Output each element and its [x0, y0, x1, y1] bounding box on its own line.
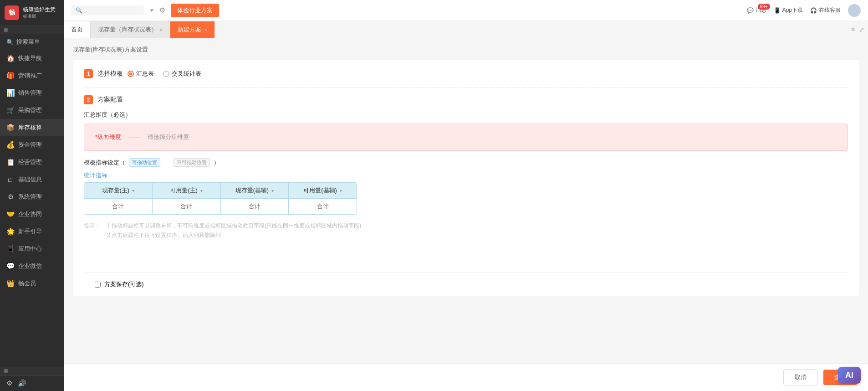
radio-summary-label: 汇总表 [136, 70, 154, 78]
step1-section: 1 选择模板 汇总表 交叉统计表 [84, 69, 848, 78]
sidebar-item-label-newbie: 新手引导 [18, 227, 42, 236]
indicator-sep [164, 159, 170, 167]
sidebar-item-wechat[interactable]: 💬 企业微信 [0, 257, 64, 275]
topbar-search-input[interactable] [85, 7, 131, 14]
step1-title: 选择模板 [97, 70, 123, 78]
sidebar-item-label-finance: 资金管理 [18, 141, 42, 149]
panel-close-button[interactable]: × [851, 26, 855, 34]
divider1 [84, 87, 848, 88]
tab-inventory-status[interactable]: 现存量（库存状况表） × [91, 21, 170, 38]
sidebar-item-basic[interactable]: 🗂 基础信息 [0, 171, 64, 188]
sidebar-item-purchase[interactable]: 🛒 采购管理 [0, 102, 64, 119]
sidebar-item-shortcut[interactable]: 🏠 快捷导航 [0, 50, 64, 67]
spacer [84, 248, 848, 257]
sidebar-item-operations[interactable]: 📋 经营管理 [0, 154, 64, 171]
bottom-bar: 取消 查询 [64, 363, 868, 391]
stats-col-3[interactable]: 现存量(基辅) ▾ [221, 183, 289, 198]
fixed-badge: 不可拖动位置 [174, 158, 210, 167]
stats-col-2-label: 可用量(主) [170, 186, 198, 195]
radio-summary-circle [128, 71, 134, 77]
stats-cell-4: 合计 [289, 199, 357, 214]
sidebar-item-label-wechat: 企业微信 [18, 262, 42, 270]
sidebar-item-finance[interactable]: 💰 资金管理 [0, 136, 64, 154]
sidebar-item-inventory[interactable]: 📦 库存核算 [0, 119, 64, 136]
stats-col-4-chevron[interactable]: ▾ [340, 188, 342, 193]
save-label: 方案保存(可选) [104, 280, 144, 288]
main-area: 🔍 ▾ ⚙ 体验行业方案 💬 消息 99+ 📱 App下载 🎧 在线客服 [64, 0, 868, 391]
radio-cross-circle [163, 71, 169, 77]
tab-inventory-status-label: 现存量（库存状况表） [98, 26, 157, 34]
tab-new-plan[interactable]: 新建方案 × [170, 21, 214, 38]
stats-cell-1: 合计 [84, 199, 153, 214]
sidebar-item-sales[interactable]: 📊 销售管理 [0, 84, 64, 102]
topbar-service[interactable]: 🎧 在线客服 [810, 6, 841, 14]
tab-new-plan-close-icon[interactable]: × [204, 27, 207, 32]
stats-col-4[interactable]: 可用量(基辅) ▾ [289, 183, 357, 198]
sidebar-item-label-operations: 经营管理 [18, 158, 42, 166]
indicator-close-paren: ） [214, 159, 220, 167]
gift-icon: 🎁 [6, 72, 15, 80]
radio-cross[interactable]: 交叉统计表 [163, 70, 201, 78]
audio-icon[interactable]: 🔊 [18, 379, 26, 387]
tip-text-2: 2.点击标题栏下拉可设置排序、插入列和删除列 [107, 232, 221, 238]
topbar-search-box[interactable]: 🔍 [71, 5, 144, 15]
cart-icon: 🛒 [6, 106, 15, 114]
stats-col-4-label: 可用量(基辅) [303, 186, 337, 195]
radio-summary[interactable]: 汇总表 [128, 70, 154, 78]
topbar-search-icon: 🔍 [76, 7, 82, 14]
phone-icon: 📱 [6, 245, 15, 253]
scroll-down[interactable] [4, 369, 8, 373]
topbar-gear-icon[interactable]: ⚙ [159, 6, 165, 15]
step2-title: 方案配置 [97, 96, 123, 104]
sidebar-item-label-purchase: 采购管理 [18, 106, 42, 114]
stats-col-2[interactable]: 可用量(主) ▾ [153, 183, 221, 198]
stats-table-body: 合计 合计 合计 合计 [84, 198, 357, 214]
trial-button[interactable]: 体验行业方案 [171, 4, 219, 17]
cancel-button[interactable]: 取消 [783, 369, 818, 386]
sidebar-item-app-center[interactable]: 📱 应用中心 [0, 240, 64, 257]
sidebar-item-label-system: 系统管理 [18, 193, 42, 201]
headset-icon: 🎧 [810, 7, 817, 14]
tabs-bar: 首页 现存量（库存状况表） × 新建方案 × × ⤢ [64, 21, 868, 38]
sidebar-nav: 🔍 搜索菜单 🏠 快捷导航 🎁 营销推广 📊 销售管理 🛒 采购管理 📦 库存核… [0, 34, 64, 367]
sidebar-item-label-shortcut: 快捷导航 [18, 54, 42, 62]
settings-icon[interactable]: ⚙ [6, 379, 12, 387]
chart-icon: 📊 [6, 89, 15, 97]
app-download-icon: 📱 [774, 7, 781, 14]
folder-icon: 🗂 [6, 176, 15, 184]
sidebar-item-system[interactable]: ⚙ 系统管理 [0, 188, 64, 206]
tip-line-1: 提示： 1.拖动标题栏可以调整布局，不可跨维度或指标区域拖动栏目字段(只能在同一… [84, 222, 848, 230]
sidebar-item-member[interactable]: 👑 畅会员 [0, 275, 64, 292]
save-checkbox[interactable] [95, 282, 101, 288]
step1-badge: 1 [84, 69, 93, 78]
sidebar-search[interactable]: 🔍 搜索菜单 [0, 34, 64, 50]
ai-badge[interactable]: Ai [838, 367, 861, 384]
stats-col-1[interactable]: 现存量(主) ▾ [84, 183, 153, 198]
content-area: 现存量(库存状况表)方案设置 1 选择模板 汇总表 交叉统计表 [64, 38, 868, 363]
sidebar-item-cooperation[interactable]: 🤝 企业协同 [0, 206, 64, 223]
app-logo-icon: 畅 [5, 5, 19, 20]
sidebar-logo: 畅 畅康通好生意 标准版 [0, 0, 64, 26]
tab-inventory-close-icon[interactable]: × [160, 27, 163, 32]
stats-col-3-chevron[interactable]: ▾ [271, 188, 274, 193]
stats-col-2-chevron[interactable]: ▾ [200, 188, 203, 193]
sidebar-item-marketing[interactable]: 🎁 营销推广 [0, 67, 64, 84]
topbar-chevron-icon[interactable]: ▾ [150, 7, 153, 14]
user-avatar[interactable] [848, 4, 861, 17]
sidebar-item-label-basic: 基础信息 [18, 175, 42, 184]
topbar-messages[interactable]: 💬 消息 99+ [747, 6, 766, 14]
panel-expand-button[interactable]: ⤢ [859, 26, 864, 33]
handshake-icon: 🤝 [6, 210, 15, 218]
movable-badge: 可拖动位置 [129, 158, 160, 167]
scroll-up[interactable] [4, 28, 8, 32]
stats-col-1-chevron[interactable]: ▾ [132, 188, 134, 193]
dimension-dash: —— [128, 134, 140, 141]
tips-section: 提示： 1.拖动标题栏可以调整布局，不可跨维度或指标区域拖动栏目字段(只能在同一… [84, 222, 848, 239]
sidebar: 畅 畅康通好生意 标准版 🔍 搜索菜单 🏠 快捷导航 🎁 营销推广 📊 销售管理… [0, 0, 64, 391]
stats-title: 统计指标 [84, 171, 848, 180]
sidebar-item-newbie[interactable]: 🌟 新手引导 [0, 223, 64, 240]
topbar-app-download[interactable]: 📱 App下载 [774, 6, 803, 14]
service-label: 在线客服 [819, 6, 841, 14]
app-edition: 标准版 [23, 13, 56, 20]
tab-home[interactable]: 首页 [64, 21, 91, 38]
